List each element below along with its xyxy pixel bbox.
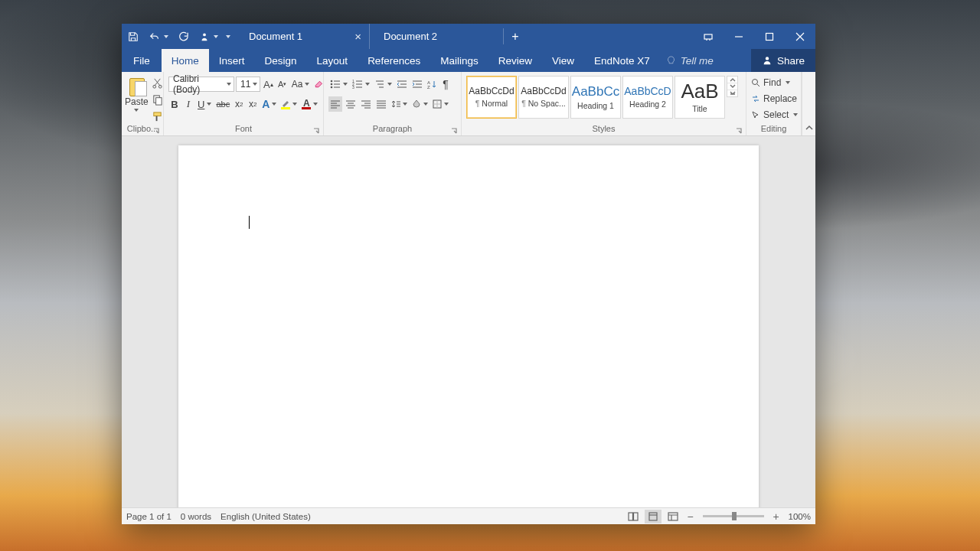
svg-rect-1 <box>704 34 712 39</box>
undo-button[interactable] <box>148 29 162 44</box>
word-window: Document 1 × Document 2 + File Home Inse… <box>122 24 815 524</box>
styles-launcher[interactable] <box>735 126 743 134</box>
inc-indent-button[interactable] <box>410 77 424 92</box>
paste-button[interactable]: Paste <box>125 74 149 112</box>
ribbon-options-button[interactable] <box>693 24 724 49</box>
borders-button[interactable] <box>431 96 450 112</box>
underline-button[interactable]: U <box>196 96 213 112</box>
document-tab-1[interactable]: Document 1 × <box>235 24 369 49</box>
touch-mode-button[interactable] <box>198 29 211 44</box>
sort-button[interactable]: AZ <box>426 77 438 92</box>
justify-button[interactable] <box>374 96 388 112</box>
style-normal[interactable]: AaBbCcDd¶ Normal <box>466 76 517 119</box>
paragraph-launcher[interactable] <box>450 126 458 134</box>
svg-rect-7 <box>155 97 162 104</box>
style-no-spac-[interactable]: AaBbCcDd¶ No Spac... <box>518 76 569 119</box>
tab-review[interactable]: Review <box>488 49 542 72</box>
touch-mode-dropdown-icon[interactable] <box>214 35 218 38</box>
superscript-button[interactable]: x2 <box>247 96 259 112</box>
redo-button[interactable] <box>176 29 190 44</box>
highlight-button[interactable] <box>279 96 299 112</box>
language-indicator[interactable]: English (United States) <box>220 512 311 521</box>
linespacing-button[interactable] <box>390 96 409 112</box>
italic-button[interactable]: I <box>182 96 194 112</box>
word-count[interactable]: 0 words <box>181 512 211 521</box>
styles-gallery-scroll[interactable] <box>727 76 738 97</box>
print-layout-button[interactable] <box>645 510 662 523</box>
zoom-out-button[interactable]: − <box>684 510 697 523</box>
multilevel-button[interactable] <box>373 77 394 92</box>
dec-indent-button[interactable] <box>395 77 409 92</box>
close-button[interactable] <box>785 24 815 49</box>
align-right-button[interactable] <box>359 96 373 112</box>
select-button[interactable]: Select <box>751 108 798 122</box>
align-left-button[interactable] <box>328 96 342 112</box>
group-clipboard: Paste Clipbo... <box>122 72 164 135</box>
web-layout-button[interactable] <box>665 510 681 523</box>
maximize-button[interactable] <box>754 24 785 49</box>
tab-file[interactable]: File <box>122 49 162 72</box>
font-size-combo[interactable]: 11 <box>236 77 260 92</box>
share-button[interactable]: Share <box>751 49 815 72</box>
undo-dropdown-icon[interactable] <box>164 35 168 38</box>
tab-insert[interactable]: Insert <box>209 49 255 72</box>
share-icon <box>762 55 773 66</box>
qat-customize-icon[interactable] <box>226 35 230 38</box>
style-heading-2[interactable]: AaBbCcDHeading 2 <box>622 76 673 119</box>
bullets-button[interactable] <box>328 77 349 92</box>
group-paragraph: 123 AZ ¶ Paragraph <box>324 72 462 135</box>
style-heading-1[interactable]: AaBbCcHeading 1 <box>570 76 621 119</box>
tab-home[interactable]: Home <box>162 49 209 72</box>
close-tab-icon[interactable]: × <box>354 30 361 43</box>
style-title[interactable]: AaBTitle <box>675 76 725 119</box>
pilcrow-button[interactable]: ¶ <box>439 77 452 92</box>
svg-rect-19 <box>629 513 633 520</box>
document-tab-2[interactable]: Document 2 <box>369 24 503 49</box>
read-mode-button[interactable] <box>625 510 642 523</box>
svg-rect-8 <box>154 112 161 116</box>
font-color-button[interactable]: A <box>300 96 319 112</box>
font-name-combo[interactable]: Calibri (Body) <box>168 77 234 92</box>
zoom-slider[interactable] <box>703 515 764 517</box>
clipboard-launcher[interactable] <box>152 126 160 134</box>
document-area[interactable] <box>122 136 815 507</box>
svg-point-18 <box>753 80 758 85</box>
minimize-button[interactable] <box>724 24 754 49</box>
svg-point-0 <box>203 33 206 36</box>
copy-button[interactable] <box>150 92 165 107</box>
tab-layout[interactable]: Layout <box>307 49 358 72</box>
format-painter-button[interactable] <box>150 109 165 124</box>
cut-button[interactable] <box>150 75 165 90</box>
tab-design[interactable]: Design <box>255 49 307 72</box>
zoom-in-button[interactable]: + <box>770 510 782 523</box>
replace-button[interactable]: Replace <box>751 92 797 106</box>
collapse-ribbon-button[interactable] <box>802 72 815 135</box>
find-button[interactable]: Find <box>751 76 790 90</box>
tell-me-search[interactable]: Tell me <box>666 49 714 72</box>
page[interactable] <box>178 145 759 507</box>
subscript-button[interactable]: x2 <box>233 96 245 112</box>
text-effects-button[interactable]: A <box>260 96 278 112</box>
tab-mailings[interactable]: Mailings <box>430 49 488 72</box>
bold-button[interactable]: B <box>168 96 181 112</box>
clear-format-button[interactable] <box>312 77 325 92</box>
page-indicator[interactable]: Page 1 of 1 <box>126 512 172 521</box>
paste-label: Paste <box>125 96 149 107</box>
tab-endnote[interactable]: EndNote X7 <box>584 49 660 72</box>
font-launcher[interactable] <box>312 126 320 134</box>
tab-view[interactable]: View <box>542 49 584 72</box>
new-tab-button[interactable]: + <box>504 24 527 49</box>
change-case-button[interactable]: Aa <box>290 77 312 92</box>
align-center-button[interactable] <box>344 96 358 112</box>
strike-button[interactable]: abc <box>214 96 231 112</box>
zoom-level[interactable]: 100% <box>789 512 811 521</box>
grow-font-button[interactable]: A▴ <box>262 77 275 92</box>
svg-text:3: 3 <box>352 85 354 89</box>
tab-references[interactable]: References <box>358 49 430 72</box>
shading-button[interactable] <box>410 96 430 112</box>
svg-point-11 <box>331 86 333 89</box>
save-button[interactable] <box>126 29 140 44</box>
paste-dropdown-icon[interactable] <box>134 109 139 112</box>
shrink-font-button[interactable]: A▾ <box>276 77 289 92</box>
numbering-button[interactable]: 123 <box>351 77 371 92</box>
